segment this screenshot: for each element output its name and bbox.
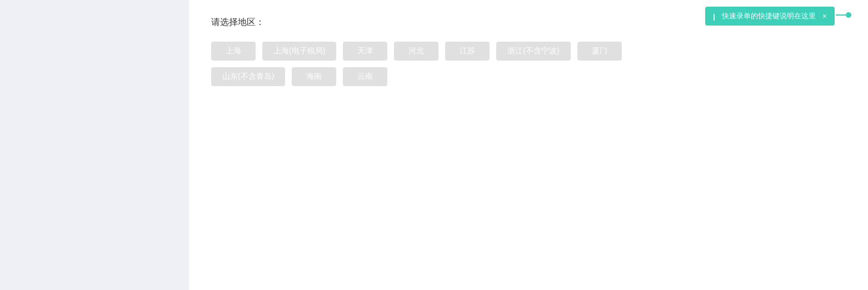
region-button-yunnan[interactable]: 云南 <box>343 67 387 86</box>
left-sidebar <box>0 0 189 290</box>
region-button-zhejiang[interactable]: 浙江(不含宁波) <box>496 42 570 61</box>
region-button-shandong[interactable]: 山东(不含青岛) <box>211 67 285 86</box>
tooltip-text: 快速录单的快捷键说明在这里 <box>722 11 816 21</box>
region-buttons-row2: 山东(不含青岛)海南云南 <box>211 67 846 86</box>
region-button-shanghai[interactable]: 上海 <box>211 42 256 61</box>
region-button-tianjin[interactable]: 天津 <box>343 42 387 61</box>
tooltip-close-button[interactable]: × <box>822 12 827 21</box>
region-button-hainan[interactable]: 海南 <box>292 67 336 86</box>
tooltip-bar: 快速录单的快捷键说明在这里 × <box>705 7 835 26</box>
region-buttons-row1: 上海上海(电子税局)天津河北江苏浙江(不含宁波)厦门 <box>211 42 846 61</box>
main-content: 请选择地区： 上海上海(电子税局)天津河北江苏浙江(不含宁波)厦门 山东(不含青… <box>189 0 868 290</box>
region-button-shanghai-etax[interactable]: 上海(电子税局) <box>262 42 336 61</box>
region-button-jiangsu[interactable]: 江苏 <box>445 42 490 61</box>
tooltip-indicator-dot <box>846 12 851 18</box>
region-button-xiamen[interactable]: 厦门 <box>577 42 622 61</box>
region-button-hebei[interactable]: 河北 <box>394 42 438 61</box>
